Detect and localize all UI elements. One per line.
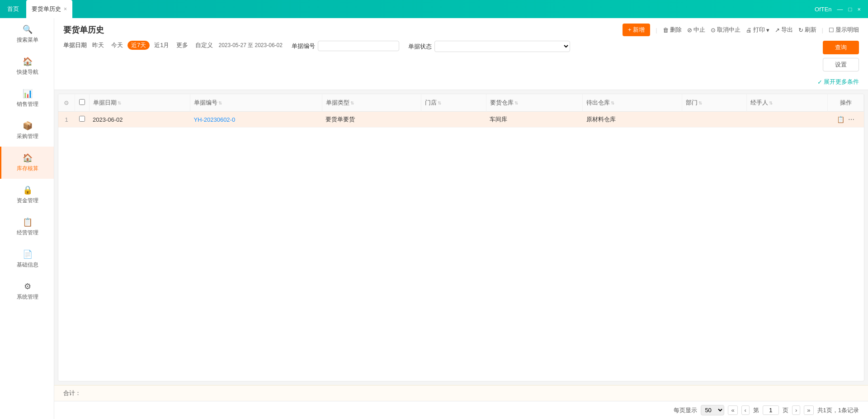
edit-icon[interactable]: 📋 <box>837 116 844 123</box>
row-dept <box>682 112 747 128</box>
col-date-label: 单据日期 <box>93 99 117 106</box>
sidebar-item-system[interactable]: ⚙ 系统管理 <box>0 275 54 307</box>
shortcut-1month[interactable]: 近1月 <box>151 41 172 50</box>
print-icon: 🖨 <box>746 27 752 33</box>
last-page-button[interactable]: » <box>804 405 813 415</box>
cancel-stop-button[interactable]: ⊙ 取消中止 <box>711 26 741 34</box>
top-bar: 首页 要货单历史 × OfTEn — □ × <box>0 0 868 18</box>
search-icon: 🔍 <box>23 24 33 34</box>
row-handler <box>747 112 828 128</box>
sidebar-label-system: 系统管理 <box>17 293 38 301</box>
minimize-icon[interactable]: — <box>837 6 843 13</box>
query-button[interactable]: 查询 <box>823 41 859 54</box>
shortcut-custom[interactable]: 自定义 <box>193 41 216 50</box>
refresh-icon: ↻ <box>798 27 803 33</box>
sidebar-label-sales: 销售管理 <box>17 100 38 108</box>
col-op: 操作 <box>828 94 864 112</box>
expand-more-row: ✓ 展开更多条件 <box>63 76 859 90</box>
data-table: ⚙ 单据日期⇅ 单据编号⇅ 单据类型⇅ 门店⇅ 要货仓库⇅ 待出仓库⇅ 部门⇅ … <box>58 94 864 128</box>
col-req-wh: 要货仓库⇅ <box>486 94 583 112</box>
col-store: 门店⇅ <box>421 94 486 112</box>
refresh-button[interactable]: ↻ 刷新 <box>798 26 816 34</box>
shortcut-today[interactable]: 今天 <box>108 41 126 50</box>
sidebar-item-inventory[interactable]: 🏠 库存核算 <box>0 147 54 179</box>
export-button[interactable]: ↗ 导出 <box>775 26 793 34</box>
table-header-row: ⚙ 单据日期⇅ 单据编号⇅ 单据类型⇅ 门店⇅ 要货仓库⇅ 待出仓库⇅ 部门⇅ … <box>58 94 864 112</box>
col-date: 单据日期⇅ <box>89 94 190 112</box>
row-op-cell: 📋 ⋯ <box>828 112 864 128</box>
row-docno-link[interactable]: YH-20230602-0 <box>193 116 235 123</box>
active-tab-label: 要货单历史 <box>32 0 61 18</box>
row-num: 1 <box>58 112 75 128</box>
top-bar-right: OfTEn — □ × <box>815 6 868 13</box>
chevron-down-icon: ✓ <box>817 79 822 86</box>
row-date: 2023-06-02 <box>89 112 190 128</box>
home-tab[interactable]: 首页 <box>0 0 26 18</box>
content-area: 要货单历史 + 新增 | 🗑 删除 ⊘ 中止 ⊙ 取消中止 <box>54 18 868 419</box>
sort-icon-date[interactable]: ⇅ <box>118 100 121 105</box>
sort-icon-docno[interactable]: ⇅ <box>218 100 222 105</box>
page-header: 要货单历史 + 新增 | 🗑 删除 ⊘ 中止 ⊙ 取消中止 <box>54 18 868 90</box>
sort-icon-dept[interactable]: ⇅ <box>698 100 702 105</box>
sidebar-item-operation[interactable]: 📋 经营管理 <box>0 211 54 243</box>
close-tab-icon[interactable]: × <box>64 0 67 18</box>
filter-doc-date: 单据日期 昨天 今天 近7天 近1月 更多 自定义 2023-05-27 至 2… <box>63 41 283 50</box>
prev-page-button[interactable]: ‹ <box>741 405 750 415</box>
sidebar-item-purchase[interactable]: 📦 采购管理 <box>0 114 54 147</box>
first-page-button[interactable]: « <box>728 405 737 415</box>
col-handler: 经手人⇅ <box>747 94 828 112</box>
sort-icon-doctype[interactable]: ⇅ <box>350 100 354 105</box>
often-label: OfTEn <box>815 6 832 13</box>
page-size-select[interactable]: 50 20 100 200 <box>701 405 724 415</box>
expand-more-button[interactable]: ✓ 展开更多条件 <box>817 78 859 86</box>
page-suffix: 页 <box>783 406 788 414</box>
setting-button[interactable]: 设置 <box>823 58 859 71</box>
sidebar-item-sales[interactable]: 📊 销售管理 <box>0 82 54 114</box>
sidebar-label-purchase: 采购管理 <box>17 133 38 140</box>
print-dropdown-icon[interactable]: ▾ <box>766 27 769 33</box>
more-icon[interactable]: ⋯ <box>848 116 854 123</box>
settings-col-header[interactable]: ⚙ <box>58 94 75 112</box>
sidebar-item-quick-nav[interactable]: 🏠 快捷导航 <box>0 50 54 82</box>
sidebar-item-search[interactable]: 🔍 搜索菜单 <box>0 18 54 50</box>
shortcut-more[interactable]: 更多 <box>174 41 191 50</box>
col-store-label: 门店 <box>425 99 437 106</box>
sidebar-item-finance[interactable]: 🔒 资金管理 <box>0 179 54 211</box>
add-button[interactable]: + 新增 <box>623 24 650 36</box>
sort-icon-store[interactable]: ⇅ <box>438 100 441 105</box>
sort-icon-req-wh[interactable]: ⇅ <box>514 100 518 105</box>
page-number-input[interactable] <box>763 405 779 415</box>
shortcut-yesterday[interactable]: 昨天 <box>90 41 107 50</box>
checkbox-col-header[interactable] <box>75 94 89 112</box>
delete-button[interactable]: 🗑 删除 <box>663 26 682 34</box>
row-checkbox[interactable] <box>79 116 85 122</box>
sidebar-item-basic[interactable]: 📄 基础信息 <box>0 243 54 275</box>
doc-status-select[interactable] <box>434 41 570 52</box>
maximize-icon[interactable]: □ <box>849 6 852 13</box>
table-row: 1 2023-06-02 YH-20230602-0 要货单要货 车间库 原材料… <box>58 112 864 128</box>
next-page-button[interactable]: › <box>792 405 800 415</box>
delete-icon: 🗑 <box>663 27 669 33</box>
col-pending-wh-label: 待出仓库 <box>586 99 610 106</box>
stop-button[interactable]: ⊘ 中止 <box>687 26 705 34</box>
lock-icon: 🔒 <box>23 185 33 195</box>
show-detail-button[interactable]: ☐ 显示明细 <box>829 26 859 34</box>
window-close-icon[interactable]: × <box>857 6 861 13</box>
sort-icon-handler[interactable]: ⇅ <box>769 100 773 105</box>
home-icon: 🏠 <box>23 57 33 67</box>
col-doctype-label: 单据类型 <box>326 99 349 106</box>
select-all-checkbox[interactable] <box>79 99 85 105</box>
doc-no-input[interactable] <box>318 41 399 51</box>
row-checkbox-cell[interactable] <box>75 112 89 128</box>
shortcut-7days[interactable]: 近7天 <box>127 41 150 50</box>
filter-doc-no: 单据编号 <box>292 41 399 51</box>
clipboard-icon: 📋 <box>23 217 33 227</box>
gear-icon: ⚙ <box>24 281 31 291</box>
page-size-label: 每页显示 <box>674 406 697 414</box>
active-tab[interactable]: 要货单历史 × <box>26 0 72 18</box>
row-docno: YH-20230602-0 <box>190 112 322 128</box>
sort-icon-pending-wh[interactable]: ⇅ <box>611 100 614 105</box>
row-pending-wh: 原材料仓库 <box>583 112 682 128</box>
print-button[interactable]: 🖨 打印 ▾ <box>746 26 769 34</box>
sidebar-label-basic: 基础信息 <box>17 261 38 269</box>
